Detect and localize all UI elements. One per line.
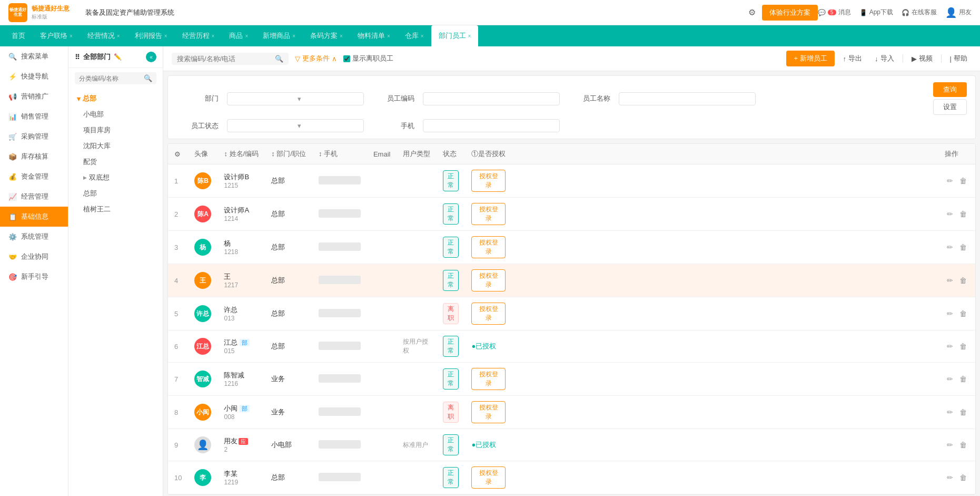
nav-tab-经营情况[interactable]: 经营情况× xyxy=(80,25,127,46)
auth-login-btn[interactable]: 授权登录 xyxy=(471,466,506,489)
dept-tree-item-配货[interactable]: 配货 xyxy=(68,154,163,170)
nav-tab-条码方案[interactable]: 条码方案× xyxy=(303,25,350,46)
delete-icon[interactable]: 🗑 xyxy=(959,342,967,351)
edit-icon[interactable]: ✏ xyxy=(947,309,953,318)
message-btn[interactable]: 💬 5 消息 xyxy=(818,8,851,17)
delete-icon[interactable]: 🗑 xyxy=(959,441,967,449)
delete-icon[interactable]: 🗑 xyxy=(959,473,967,482)
auth-login-btn[interactable]: 授权登录 xyxy=(471,401,506,423)
reset-btn[interactable]: 设置 xyxy=(933,99,967,115)
dept-tree-item-小电部[interactable]: 小电部 xyxy=(68,106,163,122)
nav-tab-物料清单[interactable]: 物料清单× xyxy=(350,25,398,46)
sidebar-item-新手引导[interactable]: 🎯新手引导 xyxy=(0,267,68,287)
close-icon[interactable]: × xyxy=(117,33,120,39)
nav-tab-首页[interactable]: 首页 xyxy=(4,25,33,46)
phone-input[interactable] xyxy=(423,119,560,132)
dept-edit-icon[interactable]: ✏️ xyxy=(114,53,122,61)
dept-filter-select[interactable]: ▾ xyxy=(227,92,364,105)
trial-btn[interactable]: 体验行业方案 xyxy=(762,5,818,21)
auth-login-btn[interactable]: 授权登录 xyxy=(471,236,506,258)
nav-tab-经营历程[interactable]: 经营历程× xyxy=(175,25,222,46)
col-settings[interactable]: ⚙ xyxy=(168,144,188,164)
nav-tab-仓库[interactable]: 仓库× xyxy=(398,25,431,46)
close-icon[interactable]: × xyxy=(292,33,295,39)
sidebar-item-销售管理[interactable]: 📊销售管理 xyxy=(0,106,68,127)
show-resigned-checkbox[interactable] xyxy=(343,55,350,62)
help-btn[interactable]: | 帮助 xyxy=(946,52,972,65)
dept-tree-item-双底想[interactable]: ▶ 双底想 xyxy=(68,170,163,186)
col-name-code[interactable]: ↕ 姓名/编码 xyxy=(217,144,265,164)
close-icon[interactable]: × xyxy=(468,33,471,39)
delete-icon[interactable]: 🗑 xyxy=(959,276,967,285)
dept-tree-item-植树王二[interactable]: 植树王二 xyxy=(68,201,163,217)
export-btn[interactable]: ↑ 导出 xyxy=(839,52,867,65)
dept-root[interactable]: ▾ 总部 xyxy=(68,91,163,106)
col-dept[interactable]: ↕ 部门/职位 xyxy=(265,144,312,164)
close-icon[interactable]: × xyxy=(387,33,390,39)
app-download-btn[interactable]: 📱 App下载 xyxy=(859,8,893,17)
nav-tab-客户联络[interactable]: 客户联络× xyxy=(33,25,80,46)
auth-login-btn[interactable]: 授权登录 xyxy=(471,269,506,291)
emp-status-select[interactable]: ▾ xyxy=(227,119,364,132)
sidebar-item-搜索菜单[interactable]: 🔍搜索菜单 xyxy=(0,46,68,66)
nav-tab-商品[interactable]: 商品× xyxy=(222,25,255,46)
close-icon[interactable]: × xyxy=(421,33,424,39)
user-area[interactable]: 👤 用友 xyxy=(945,7,972,18)
dept-search-input[interactable] xyxy=(79,75,142,82)
close-icon[interactable]: × xyxy=(70,33,73,39)
edit-icon[interactable]: ✏ xyxy=(947,342,953,351)
delete-icon[interactable]: 🗑 xyxy=(959,243,967,251)
edit-icon[interactable]: ✏ xyxy=(947,441,953,449)
emp-name-input[interactable] xyxy=(619,92,756,105)
edit-icon[interactable]: ✏ xyxy=(947,243,953,251)
fold-btn[interactable]: « xyxy=(146,52,156,62)
row-index: 9 xyxy=(168,429,188,461)
settings-icon[interactable]: ⚙ xyxy=(748,7,756,17)
nav-tab-部门员工[interactable]: 部门员工× xyxy=(431,25,479,46)
sidebar-item-基础信息[interactable]: 📋基础信息 xyxy=(0,207,68,227)
edit-icon[interactable]: ✏ xyxy=(947,276,953,285)
dept-tree-item-项目库房[interactable]: 项目库房 xyxy=(68,122,163,138)
edit-icon[interactable]: ✏ xyxy=(947,375,953,383)
show-resigned-wrap[interactable]: 显示离职员工 xyxy=(343,54,393,63)
nav-tab-利润报告[interactable]: 利润报告× xyxy=(127,25,175,46)
auth-login-btn[interactable]: 授权登录 xyxy=(471,303,506,325)
sidebar-item-库存核算[interactable]: 📦库存核算 xyxy=(0,147,68,167)
dept-tree-item-总部[interactable]: 总部 xyxy=(68,186,163,201)
edit-icon[interactable]: ✏ xyxy=(947,473,953,482)
emp-code-input[interactable] xyxy=(423,92,560,105)
edit-icon[interactable]: ✏ xyxy=(947,177,953,185)
import-btn[interactable]: ↓ 导入 xyxy=(870,52,898,65)
edit-icon[interactable]: ✏ xyxy=(947,210,953,218)
query-btn[interactable]: 查询 xyxy=(933,82,967,97)
col-phone[interactable]: ↕ 手机 xyxy=(312,144,367,164)
delete-icon[interactable]: 🗑 xyxy=(959,408,967,416)
sidebar-item-系统管理[interactable]: ⚙️系统管理 xyxy=(0,227,68,247)
search-input[interactable] xyxy=(177,55,272,63)
more-filter-btn[interactable]: ▽ 更多条件 ∧ xyxy=(295,54,337,63)
close-icon[interactable]: × xyxy=(340,33,343,39)
sidebar-item-经营管理[interactable]: 📈经营管理 xyxy=(0,187,68,207)
auth-login-btn[interactable]: 授权登录 xyxy=(471,170,506,192)
sidebar-item-企业协同[interactable]: 🤝企业协同 xyxy=(0,247,68,267)
row-dept: 总部 xyxy=(265,231,312,264)
view-btn[interactable]: ▶ 视频 xyxy=(907,52,937,65)
auth-login-btn[interactable]: 授权登录 xyxy=(471,203,506,225)
close-icon[interactable]: × xyxy=(245,33,248,39)
delete-icon[interactable]: 🗑 xyxy=(959,210,967,218)
dept-tree-item-沈阳大库[interactable]: 沈阳大库 xyxy=(68,138,163,154)
edit-icon[interactable]: ✏ xyxy=(947,408,953,416)
close-icon[interactable]: × xyxy=(212,33,215,39)
online-service-btn[interactable]: 🎧 在线客服 xyxy=(902,8,937,17)
delete-icon[interactable]: 🗑 xyxy=(959,375,967,383)
auth-login-btn[interactable]: 授权登录 xyxy=(471,368,506,390)
sidebar-item-快捷导航[interactable]: ⚡快捷导航 xyxy=(0,66,68,86)
add-employee-btn[interactable]: + 新增员工 xyxy=(786,51,834,66)
sidebar-item-采购管理[interactable]: 🛒采购管理 xyxy=(0,127,68,147)
close-icon[interactable]: × xyxy=(164,33,167,39)
sidebar-item-营销推广[interactable]: 📢营销推广 xyxy=(0,86,68,106)
delete-icon[interactable]: 🗑 xyxy=(959,177,967,185)
nav-tab-新增商品[interactable]: 新增商品× xyxy=(255,25,303,46)
sidebar-item-资金管理[interactable]: 💰资金管理 xyxy=(0,167,68,187)
delete-icon[interactable]: 🗑 xyxy=(959,309,967,318)
